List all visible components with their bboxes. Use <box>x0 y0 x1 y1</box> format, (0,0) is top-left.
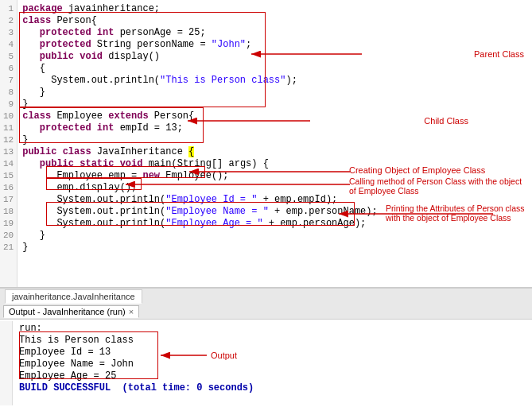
output-tab-label: Output - JavaInheritance (run) <box>9 307 126 316</box>
code-line-3: protected int personAge = 25; <box>22 27 527 39</box>
output-text-area: run: This is Person class Employee Id = … <box>13 321 532 405</box>
code-text[interactable]: package javainheritance; class Person{ p… <box>17 0 532 287</box>
output-line-2: Employee Id = 13 <box>19 347 526 359</box>
output-line-1: This is Person class <box>19 335 526 347</box>
code-line-21: } <box>22 242 527 254</box>
code-line-5: public void display() <box>22 51 527 63</box>
file-tab[interactable]: javainheritance.JavaInheritance <box>5 289 142 304</box>
output-tab[interactable]: Output - JavaInheritance (run) × <box>3 305 139 318</box>
code-line-8: } <box>22 87 527 99</box>
output-build-success: BUILD SUCCESSFUL (total time: 0 seconds) <box>19 382 526 394</box>
output-line-4: Employee Age = 25 <box>19 370 526 382</box>
output-line-3: Employee Name = John <box>19 359 526 370</box>
output-content: run: This is Person class Employee Id = … <box>0 320 532 407</box>
line-numbers: 1 2 3 4 5 6 7 8 9 10 11 12 13 14 15 16 1… <box>0 0 17 287</box>
output-line-numbers <box>0 321 13 405</box>
output-run-label: run: <box>19 323 526 335</box>
code-line-4: protected String personName = "John"; <box>22 39 527 51</box>
code-editor: 1 2 3 4 5 6 7 8 9 10 11 12 13 14 15 16 1… <box>0 0 532 288</box>
main-container: 1 2 3 4 5 6 7 8 9 10 11 12 13 14 15 16 1… <box>0 0 532 407</box>
code-line-6: { <box>22 63 527 75</box>
output-tab-close[interactable]: × <box>129 307 134 316</box>
code-line-1: package javainheritance; <box>22 3 527 15</box>
code-line-9: } <box>22 99 527 110</box>
code-line-12: } <box>22 134 527 146</box>
code-line-13: public class JavaInheritance { <box>22 146 527 158</box>
tab-bar: javainheritance.JavaInheritance <box>0 288 532 304</box>
printing-attrs-label: Printing the Attributes of Person class … <box>386 204 529 223</box>
output-annotation-label: Output <box>211 350 237 362</box>
parent-class-label: Parent Class <box>474 49 524 59</box>
child-class-label: Child Class <box>424 116 468 126</box>
creating-object-label: Creating Object of Employee Class <box>349 165 524 175</box>
output-tab-bar: Output - JavaInheritance (run) × <box>0 304 532 320</box>
calling-method-label: Calling method of Person Class with the … <box>349 176 524 196</box>
output-panel: Output - JavaInheritance (run) × run: Th… <box>0 304 532 407</box>
code-line-7: System.out.println("This is Person class… <box>22 75 527 87</box>
code-line-20: } <box>22 230 527 242</box>
code-line-2: class Person{ <box>22 15 527 27</box>
